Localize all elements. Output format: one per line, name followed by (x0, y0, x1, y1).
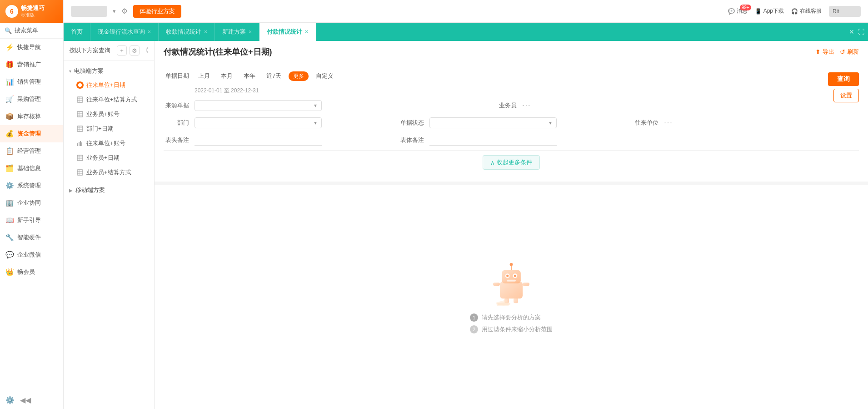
header-note-input[interactable] (195, 135, 322, 146)
svg-point-29 (506, 275, 509, 277)
enterprise-icon: 🏢 (5, 199, 14, 207)
empty-steps: 1 请先选择要分析的方案 2 用过滤条件来缩小分析范围 (470, 313, 553, 333)
step-number-1: 1 (470, 313, 478, 322)
add-scheme-button[interactable]: + (117, 45, 127, 56)
sidebar-item-operation[interactable]: 📋 经营管理 (0, 142, 63, 160)
date-btn-this-year[interactable]: 本年 (240, 71, 259, 81)
tree-item-salesman-date[interactable]: 业务员+日期 (64, 151, 154, 165)
step-number-2: 2 (470, 325, 478, 333)
sidebar-item-inventory[interactable]: 📦 库存核算 (0, 108, 63, 125)
date-btn-more[interactable]: 更多 (289, 71, 309, 81)
status-filter-select[interactable]: ▾ (429, 117, 557, 128)
tree-item-partner-settle[interactable]: 往来单位+结算方式 (64, 92, 154, 107)
settings-icon: ⚙ (132, 47, 137, 54)
sidebar-item-wechat[interactable]: 💬 企业微信 (0, 246, 63, 263)
svg-rect-17 (77, 155, 83, 161)
source-filter-label: 来源单据 (164, 101, 189, 110)
active-scheme-icon (76, 81, 84, 89)
tree-item-salesman-account[interactable]: 业务员+账号 (64, 107, 154, 121)
sidebar-item-enterprise[interactable]: 🏢 企业协同 (0, 194, 63, 212)
svg-rect-13 (77, 143, 78, 146)
tab-new-close[interactable]: × (249, 29, 252, 35)
salesman-dots-btn[interactable]: ··· (522, 101, 531, 110)
sidebar-item-purchase[interactable]: 🛒 采购管理 (0, 91, 63, 108)
sidebar-item-fund[interactable]: 💰 资金管理 (0, 125, 63, 142)
sidebar-item-hardware[interactable]: 🔧 智能硬件 (0, 229, 63, 246)
member-icon: 👑 (5, 268, 14, 276)
tab-bank[interactable]: 现金银行流水查询 × (90, 23, 159, 41)
sidebar-item-sales[interactable]: 📊 销售管理 (0, 73, 63, 91)
tab-home[interactable]: 首页 (64, 23, 90, 41)
search-menu[interactable]: 🔍 搜索菜单 (0, 23, 63, 39)
topbar-gear-icon[interactable]: ⚙ (121, 7, 128, 15)
right-panel: 付款情况统计(往来单位+日期) ⬆ 导出 ↺ 刷新 (155, 41, 868, 409)
date-btn-this-month[interactable]: 本月 (217, 71, 236, 81)
wechat-icon: 💬 (5, 251, 14, 259)
query-settings-col: 查询 设置 (828, 71, 859, 102)
purchase-icon: 🛒 (5, 95, 14, 103)
date-btn-7days[interactable]: 近7天 (263, 71, 285, 81)
collapse-filter-button[interactable]: ∧ 收起更多条件 (483, 155, 540, 170)
sidebar-item-marketing[interactable]: 🎁 营销推广 (0, 56, 63, 73)
table-icon-1 (76, 96, 84, 103)
table-icon-2 (76, 111, 84, 118)
dept-select-arrow: ▾ (314, 120, 317, 126)
svg-rect-5 (77, 111, 83, 117)
message-button[interactable]: 💬 消息 99+ (728, 7, 748, 15)
svg-rect-14 (79, 142, 80, 146)
tab-payment-close[interactable]: × (305, 29, 308, 35)
tab-expand-icon[interactable]: ⛶ (858, 28, 864, 35)
source-filter-select[interactable]: ▾ (195, 100, 322, 111)
scheme-settings-button[interactable]: ⚙ (130, 45, 140, 56)
sidebar-bottom: ⚙️ ◀◀ (0, 391, 63, 409)
message-badge: 99+ (740, 5, 751, 10)
sidebar-item-guide[interactable]: 📖 新手引导 (0, 212, 63, 229)
topbar-dropdown-icon[interactable]: ▾ (113, 8, 116, 15)
tree-item-partner-date[interactable]: 往来单位+日期 (64, 78, 154, 92)
date-filter-content: 上月 本月 本年 近7天 更多 自定义 (195, 71, 337, 81)
desktop-section-title[interactable]: ▾ 电脑端方案 (64, 64, 154, 78)
collapse-panel-button[interactable]: 《 (142, 46, 149, 55)
online-service-button[interactable]: 🎧 在线客服 (791, 7, 822, 15)
partner-dots-btn[interactable]: ··· (664, 119, 673, 127)
sidebar-item-shortcut[interactable]: ⚡ 快捷导航 (0, 39, 63, 56)
tab-bank-close[interactable]: × (148, 29, 151, 35)
tab-payment[interactable]: 付款情况统计 × (259, 23, 316, 41)
mobile-section-title[interactable]: ▶ 移动端方案 (64, 183, 154, 197)
settings-bottom-icon[interactable]: ⚙️ (5, 396, 15, 404)
tree-item-partner-account[interactable]: 往来单位+账号 (64, 136, 154, 151)
sidebar-item-member[interactable]: 👑 畅会员 (0, 263, 63, 281)
tab-receipt[interactable]: 收款情况统计 × (159, 23, 215, 41)
dept-filter-select[interactable]: ▾ (195, 117, 322, 128)
app-download-button[interactable]: 📱 App下载 (755, 7, 784, 15)
trial-button[interactable]: 体验行业方案 (133, 5, 181, 18)
tab-close-all-icon[interactable]: ✕ (849, 28, 854, 35)
collapse-up-icon: ∧ (490, 159, 495, 166)
refresh-button[interactable]: ↺ 刷新 (840, 48, 859, 56)
refresh-icon: ↺ (840, 48, 845, 56)
source-select-arrow: ▾ (314, 102, 317, 109)
section-divider (155, 182, 868, 185)
tab-receipt-close[interactable]: × (204, 29, 207, 35)
sidebar-item-system[interactable]: ⚙️ 系统管理 (0, 177, 63, 194)
user-avatar (71, 6, 107, 17)
data-area: 1 请先选择要分析的方案 2 用过滤条件来缩小分析范围 (155, 185, 868, 409)
filter-section: 单据日期 上月 本月 本年 近7天 更多 自定义 (155, 63, 868, 182)
tab-new[interactable]: 新建方案 × (215, 23, 259, 41)
filter-settings-button[interactable]: 设置 (833, 89, 859, 102)
svg-point-32 (510, 263, 513, 266)
date-btn-last-month[interactable]: 上月 (195, 71, 214, 81)
tree-item-dept-date[interactable]: 部门+日期 (64, 121, 154, 136)
query-button[interactable]: 查询 (828, 72, 859, 86)
marketing-icon: 🎁 (5, 61, 14, 69)
collapse-sidebar-icon[interactable]: ◀◀ (20, 396, 31, 404)
export-button[interactable]: ⬆ 导出 (815, 48, 834, 56)
body-note-input[interactable] (429, 135, 557, 146)
date-btn-custom[interactable]: 自定义 (312, 71, 337, 81)
empty-state: 1 请先选择要分析的方案 2 用过滤条件来缩小分析范围 (470, 261, 553, 333)
tree-item-salesman-settle[interactable]: 业务员+结算方式 (64, 165, 154, 180)
fund-icon: 💰 (5, 130, 14, 138)
table-icon-4 (76, 154, 84, 162)
topbar-user-area (71, 6, 107, 17)
sidebar-item-basic[interactable]: 🗂️ 基础信息 (0, 160, 63, 177)
